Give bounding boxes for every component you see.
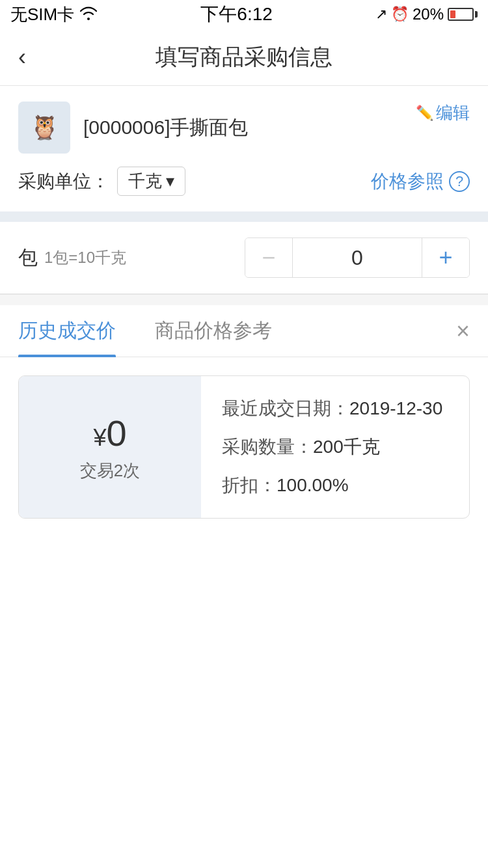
tabs-list: 历史成交价 商品价格参考 — [18, 305, 272, 357]
back-button[interactable]: ‹ — [18, 44, 26, 71]
tab-history-price[interactable]: 历史成交价 — [18, 305, 116, 357]
tab-history-price-label: 历史成交价 — [18, 318, 116, 344]
page-title: 填写商品采购信息 — [156, 42, 332, 72]
quantity-plus-button[interactable]: + — [422, 238, 469, 277]
price-card-area: ¥0 交易2次 最近成交日期：2019-12-30 采购数量：200千克 折扣：… — [0, 357, 488, 537]
price-qty-label: 采购数量： — [222, 437, 313, 457]
price-discount-value: 100.00% — [277, 475, 349, 495]
quantity-divider — [0, 293, 488, 295]
edit-icon: ✏️ — [416, 105, 433, 122]
wifi-icon — [79, 5, 98, 25]
section-divider — [0, 211, 488, 222]
quantity-controls: − + — [245, 237, 470, 278]
unit-select[interactable]: 千克 ▾ — [117, 167, 185, 196]
page-body-remainder — [0, 537, 488, 868]
price-ref-label: 价格参照 — [371, 169, 444, 194]
quantity-row: 包 1包=10千克 − + — [0, 222, 488, 293]
price-date-label: 最近成交日期： — [222, 398, 349, 418]
carrier-text: 无SIM卡 — [10, 3, 74, 26]
quantity-input[interactable] — [292, 238, 422, 277]
unit-prefix: 采购单位： — [18, 169, 109, 194]
battery-percent: 20% — [413, 5, 444, 23]
price-discount-row: 折扣：100.00% — [222, 471, 448, 500]
product-unit-row: 采购单位： 千克 ▾ 价格参照 ? — [18, 167, 470, 196]
product-section: 🦉 [0000006]手撕面包 ✏️ 编辑 采购单位： 千克 ▾ 价格参照 ? — [0, 86, 488, 211]
price-ref-button[interactable]: 价格参照 ? — [371, 169, 470, 194]
alarm-icon: ⏰ — [391, 6, 409, 23]
price-card-right: 最近成交日期：2019-12-30 采购数量：200千克 折扣：100.00% — [201, 376, 469, 518]
unit-arrow-icon: ▾ — [166, 171, 174, 191]
tabs-close-button[interactable]: × — [456, 318, 470, 345]
product-name: [0000006]手撕面包 — [83, 115, 248, 141]
tab-active-indicator — [18, 355, 116, 357]
edit-button[interactable]: ✏️ 编辑 — [416, 102, 470, 124]
tabs-section: 历史成交价 商品价格参考 × ¥0 交易2次 最近成交日期：2019-12-30 — [0, 305, 488, 537]
quantity-unit: 包 — [18, 245, 38, 271]
product-thumbnail: 🦉 — [18, 102, 70, 154]
currency-symbol: ¥ — [93, 424, 106, 451]
price-card: ¥0 交易2次 最近成交日期：2019-12-30 采购数量：200千克 折扣：… — [18, 375, 470, 519]
product-thumbnail-icon: 🦉 — [30, 114, 59, 141]
product-top: 🦉 [0000006]手撕面包 ✏️ 编辑 — [18, 102, 470, 154]
nav-header: ‹ 填写商品采购信息 — [0, 29, 488, 86]
unit-value: 千克 — [128, 170, 162, 193]
price-number: 0 — [106, 413, 126, 454]
status-bar: 无SIM卡 下午6:12 ↗ ⏰ 20% — [0, 0, 488, 29]
status-bar-right: ↗ ⏰ 20% — [375, 5, 478, 23]
price-trade-count: 交易2次 — [80, 459, 140, 482]
price-date-value: 2019-12-30 — [349, 398, 442, 418]
price-discount-label: 折扣： — [222, 475, 277, 495]
quantity-label: 包 1包=10千克 — [18, 245, 126, 271]
status-bar-left: 无SIM卡 — [10, 3, 98, 26]
quantity-minus-button[interactable]: − — [245, 238, 292, 277]
price-qty-value: 200千克 — [313, 437, 380, 457]
price-qty-row: 采购数量：200千克 — [222, 433, 448, 462]
tab-product-price-ref[interactable]: 商品价格参考 — [155, 305, 272, 357]
product-left: 🦉 [0000006]手撕面包 — [18, 102, 248, 154]
battery-icon — [448, 8, 478, 21]
tabs-header: 历史成交价 商品价格参考 × — [0, 305, 488, 357]
quantity-conversion: 1包=10千克 — [44, 247, 126, 268]
location-icon: ↗ — [375, 6, 387, 23]
price-display: ¥0 — [93, 412, 126, 454]
status-bar-time: 下午6:12 — [200, 2, 273, 27]
tab-product-price-ref-label: 商品价格参考 — [155, 318, 272, 344]
edit-label: 编辑 — [436, 102, 470, 124]
price-date-row: 最近成交日期：2019-12-30 — [222, 394, 448, 424]
question-icon: ? — [449, 171, 470, 192]
price-card-left: ¥0 交易2次 — [19, 376, 201, 518]
